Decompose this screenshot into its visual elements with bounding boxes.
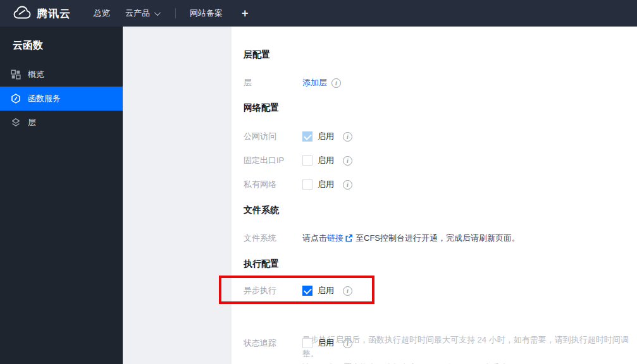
enable-label: 启用 — [318, 285, 334, 296]
public-network-row: 公网访问 启用 — [244, 130, 352, 143]
enable-checkbox[interactable] — [302, 155, 312, 166]
fixed-egress-ip-label: 固定出口IP — [244, 155, 302, 166]
sidebar-item-label: 函数服务 — [28, 93, 61, 104]
nav-cloud-products[interactable]: 云产品 — [125, 8, 159, 19]
sidebar-item-overview[interactable]: 概览 — [0, 63, 123, 87]
tencent-cloud-logo[interactable]: 腾讯云 — [13, 6, 71, 21]
enable-checkbox[interactable] — [302, 131, 312, 142]
settings-panel: 层配置 层 添加层 网络配置 公网访问 启用 固定出口IP 启用 私有网络 启用… — [232, 27, 637, 364]
section-heading-layer-config: 层配置 — [244, 49, 270, 61]
info-icon[interactable] — [343, 156, 352, 166]
fixed-egress-ip-row: 固定出口IP 启用 — [244, 154, 352, 167]
sidebar-title: 云函数 — [0, 27, 123, 52]
nav-divider — [175, 8, 176, 18]
sidebar: 云函数 概览 函数服务 — [0, 27, 123, 364]
enable-label: 启用 — [318, 337, 334, 349]
grid-icon — [11, 70, 21, 80]
info-icon[interactable] — [331, 78, 341, 88]
external-link-icon — [345, 234, 353, 242]
status-tracking-label: 状态追踪 — [244, 337, 302, 349]
enable-checkbox[interactable] — [302, 286, 312, 296]
info-icon[interactable] — [343, 286, 352, 296]
info-icon[interactable] — [343, 180, 352, 190]
brand-name: 腾讯云 — [37, 6, 71, 21]
section-heading-execution-config: 执行配置 — [244, 258, 279, 270]
sidebar-item-label: 层 — [28, 117, 36, 128]
file-system-row: 文件系统 请点击链接至CFS控制台进行开通，完成后请刷新页面。 — [244, 232, 520, 245]
enable-label: 启用 — [318, 179, 334, 190]
nav-icp-filing[interactable]: 网站备案 — [190, 8, 223, 19]
vpc-row: 私有网络 启用 — [244, 178, 352, 191]
add-nav-tab-button[interactable]: + — [242, 7, 249, 20]
info-icon[interactable] — [343, 132, 352, 142]
sidebar-menu: 概览 函数服务 层 — [0, 63, 123, 135]
section-heading-file-system: 文件系统 — [244, 205, 279, 216]
top-nav-items: 总览 云产品 网站备案 + — [94, 7, 249, 20]
async-execution-label: 异步执行 — [244, 285, 302, 296]
cloud-logo-icon — [13, 6, 31, 21]
cfs-console-link[interactable]: 链接 — [327, 233, 343, 243]
function-hexagon-icon — [11, 94, 21, 104]
sidebar-item-layers[interactable]: 层 — [0, 111, 123, 135]
public-network-label: 公网访问 — [244, 131, 302, 142]
section-heading-network-config: 网络配置 — [244, 102, 279, 114]
enable-label: 启用 — [318, 131, 334, 142]
layer-row: 层 添加层 — [244, 76, 341, 89]
chevron-down-icon — [154, 9, 161, 16]
add-layer-link[interactable]: 添加层 — [302, 77, 327, 88]
file-system-hint: 请点击链接至CFS控制台进行开通，完成后请刷新页面。 — [302, 233, 520, 244]
enable-checkbox[interactable] — [302, 338, 312, 348]
info-icon[interactable] — [343, 339, 352, 348]
file-system-label: 文件系统 — [244, 233, 302, 244]
async-execution-row: 异步执行 启用 — [244, 284, 352, 297]
sidebar-item-function-service[interactable]: 函数服务 — [0, 87, 123, 111]
vpc-label: 私有网络 — [244, 179, 302, 190]
sidebar-item-label: 概览 — [28, 69, 44, 80]
layer-label: 层 — [244, 77, 302, 88]
help-line-2: 请在日志配置中指定日志投递主题，否则会导致日志丢失。 — [302, 361, 631, 364]
top-navbar: 腾讯云 总览 云产品 网站备案 + — [0, 0, 637, 27]
nav-overview[interactable]: 总览 — [94, 8, 110, 19]
enable-checkbox[interactable] — [302, 179, 312, 190]
status-tracking-row: 状态追踪 启用 — [244, 337, 352, 349]
enable-label: 启用 — [318, 155, 334, 166]
layers-icon — [11, 118, 21, 128]
